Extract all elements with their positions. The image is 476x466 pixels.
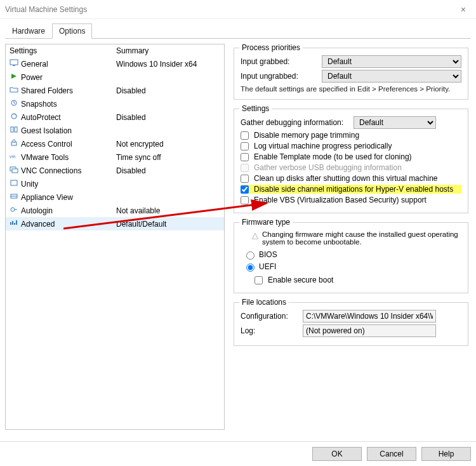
item-summary: Not available xyxy=(116,206,220,215)
lbl-memtrim: Disable memory page trimming xyxy=(254,131,359,140)
list-item[interactable]: VNC ConnectionsDisabled xyxy=(6,164,224,177)
chk-logprog[interactable] xyxy=(241,142,249,150)
firmware-warning: Changing firmware might cause the instal… xyxy=(262,230,461,246)
list-item[interactable]: Unity xyxy=(6,177,224,190)
list-item[interactable]: AutoProtectDisabled xyxy=(6,110,224,124)
chk-sidechan[interactable] xyxy=(241,185,249,194)
item-name: Advanced xyxy=(21,220,55,229)
group-title: Settings xyxy=(239,104,272,113)
svg-rect-6 xyxy=(11,142,17,145)
advanced-icon xyxy=(10,219,18,229)
titlebar: Virtual Machine Settings × xyxy=(0,0,476,19)
label-input-ungrabbed: Input ungrabbed: xyxy=(241,72,317,81)
group-title: File locations xyxy=(239,298,289,307)
select-input-ungrabbed[interactable]: Default xyxy=(322,70,461,83)
item-summary: Time sync off xyxy=(116,153,220,162)
chk-secureboot[interactable] xyxy=(255,276,263,284)
help-button[interactable]: Help xyxy=(421,447,471,461)
list-item[interactable]: Snapshots xyxy=(6,97,224,110)
item-name: AutoProtect xyxy=(21,113,61,122)
group-firmware: Firmware type △ Changing firmware might … xyxy=(234,222,468,293)
access-icon xyxy=(10,139,18,149)
item-name: Access Control xyxy=(21,140,72,149)
input-config-path[interactable] xyxy=(303,310,436,323)
button-bar: OK Cancel Help xyxy=(0,441,476,466)
svg-text:vm: vm xyxy=(10,154,16,159)
svg-rect-9 xyxy=(12,169,18,173)
group-process-priorities: Process priorities Input grabbed: Defaul… xyxy=(234,48,468,100)
unity-icon xyxy=(10,179,18,189)
item-name: Appliance View xyxy=(21,193,73,202)
window-title: Virtual Machine Settings xyxy=(5,0,87,18)
chk-usbdbg xyxy=(241,164,249,172)
chk-memtrim[interactable] xyxy=(241,131,249,140)
group-file-locations: File locations Configuration: Log: xyxy=(234,302,468,346)
item-name: Autologin xyxy=(21,206,53,215)
vmtools-icon: vm xyxy=(10,152,18,162)
chk-template[interactable] xyxy=(241,153,249,161)
select-input-grabbed[interactable]: Default xyxy=(322,55,461,68)
list-item[interactable]: GeneralWindows 10 Insider x64 xyxy=(6,57,224,70)
tab-hardware[interactable]: Hardware xyxy=(5,23,52,39)
select-gather-debug[interactable]: Default xyxy=(354,116,436,129)
list-item[interactable]: AutologinNot available xyxy=(6,204,224,217)
item-name: Shared Folders xyxy=(21,86,73,95)
svg-point-13 xyxy=(11,208,15,211)
group-settings: Settings Gather debugging information: D… xyxy=(234,109,468,213)
lbl-usbdbg: Gather verbose USB debugging information xyxy=(254,163,402,172)
item-summary: Not encrypted xyxy=(116,140,220,149)
list-item[interactable]: Shared FoldersDisabled xyxy=(6,84,224,97)
label-input-grabbed: Input grabbed: xyxy=(241,57,317,66)
lbl-template: Enable Template mode (to be used for clo… xyxy=(254,152,412,161)
autoprotect-icon xyxy=(10,112,18,122)
item-summary: Default/Default xyxy=(116,220,220,229)
item-name: Unity xyxy=(21,180,38,189)
item-summary: Disabled xyxy=(116,166,220,175)
isolation-icon xyxy=(10,126,18,135)
radio-uefi[interactable] xyxy=(246,263,255,272)
input-log-path[interactable] xyxy=(303,324,436,337)
svg-rect-0 xyxy=(10,60,18,65)
priority-note: The default settings are specified in Ed… xyxy=(241,85,461,93)
ok-button[interactable]: OK xyxy=(312,447,362,461)
lbl-bios: BIOS xyxy=(259,250,277,259)
list-item[interactable]: Access ControlNot encrypted xyxy=(6,137,224,150)
list-item[interactable]: Guest Isolation xyxy=(6,124,224,137)
power-icon xyxy=(10,72,18,82)
chk-vbs[interactable] xyxy=(241,196,249,204)
label-log: Log: xyxy=(241,326,298,335)
close-icon[interactable]: × xyxy=(456,0,471,18)
group-title: Firmware type xyxy=(239,218,293,227)
svg-rect-1 xyxy=(13,65,15,66)
lbl-cleanup: Clean up disks after shutting down this … xyxy=(254,174,437,183)
item-name: General xyxy=(21,60,48,69)
label-config: Configuration: xyxy=(241,312,298,321)
col-summary: Summary xyxy=(116,46,220,55)
settings-list[interactable]: Settings Summary GeneralWindows 10 Insid… xyxy=(5,44,225,430)
snapshot-icon xyxy=(10,99,18,109)
group-title: Process priorities xyxy=(239,43,303,52)
item-name: Guest Isolation xyxy=(21,126,72,135)
lbl-uefi: UEFI xyxy=(259,262,276,271)
item-name: VMware Tools xyxy=(21,153,69,162)
item-summary: Windows 10 Insider x64 xyxy=(116,60,220,69)
radio-bios[interactable] xyxy=(246,251,255,260)
list-header: Settings Summary xyxy=(6,44,224,57)
list-item[interactable]: vmVMware ToolsTime sync off xyxy=(6,150,224,164)
list-item[interactable]: Power xyxy=(6,70,224,84)
item-name: Snapshots xyxy=(21,100,57,109)
folder-icon xyxy=(10,86,18,95)
item-name: VNC Connections xyxy=(21,166,81,175)
lbl-logprog: Log virtual machine progress periodicall… xyxy=(254,142,392,150)
appliance-icon xyxy=(10,192,18,202)
cancel-button[interactable]: Cancel xyxy=(367,447,416,461)
vnc-icon xyxy=(10,166,18,175)
label-gather-debug: Gather debugging information: xyxy=(241,118,348,127)
svg-rect-5 xyxy=(15,127,17,132)
tab-options[interactable]: Options xyxy=(52,23,92,39)
list-item[interactable]: Appliance View xyxy=(6,190,224,204)
chk-cleanup[interactable] xyxy=(241,175,249,183)
general-icon xyxy=(10,59,18,69)
svg-rect-4 xyxy=(11,127,13,132)
list-item[interactable]: AdvancedDefault/Default xyxy=(6,217,224,230)
